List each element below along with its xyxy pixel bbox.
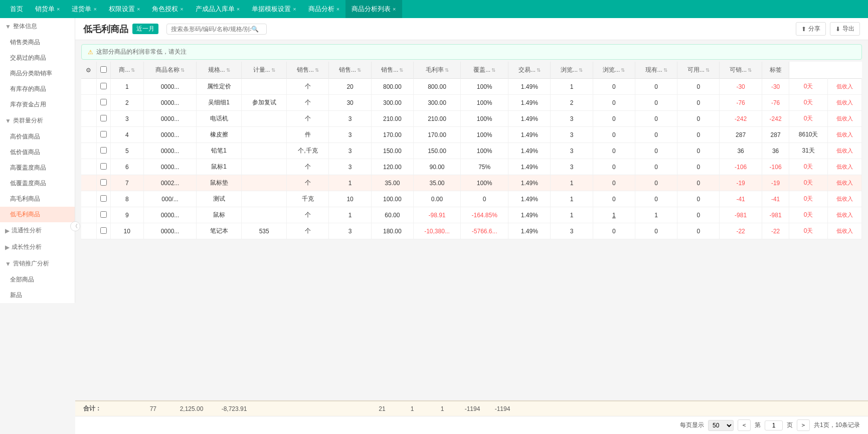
- col-settings[interactable]: ⚙: [81, 62, 96, 79]
- sidebar-item-low-value[interactable]: 低价值商品: [0, 144, 75, 160]
- row-trade[interactable]: 0: [593, 79, 635, 95]
- table-footer: 合计： 77 2,125.00 -8,723.91 21 1 1 -1194 -…: [75, 400, 868, 416]
- row-qty: 1: [329, 207, 371, 223]
- row-trade[interactable]: 0: [593, 127, 635, 143]
- row-stock: -76: [720, 95, 762, 111]
- row-settings[interactable]: [81, 223, 96, 239]
- row-name: 电话机: [196, 111, 241, 127]
- row-trade[interactable]: 0: [593, 95, 635, 111]
- row-checkbox[interactable]: [96, 127, 110, 143]
- row-trade[interactable]: 1: [593, 207, 635, 223]
- row-browse1: 0: [635, 143, 677, 159]
- row-trade[interactable]: 0: [593, 175, 635, 191]
- row-checkbox[interactable]: [96, 95, 110, 111]
- row-checkbox[interactable]: [96, 143, 110, 159]
- row-settings[interactable]: [81, 159, 96, 175]
- search-input[interactable]: [171, 26, 251, 33]
- nav-permissions[interactable]: 权限设置 ×: [103, 0, 146, 18]
- time-tag-button[interactable]: 近一月: [132, 24, 158, 34]
- row-no: 9: [110, 207, 144, 223]
- row-checkbox[interactable]: [96, 159, 110, 175]
- col-browse2: 浏览...⇅: [593, 62, 635, 79]
- row-sales-amt: -10,380...: [413, 223, 460, 239]
- nav-template-settings[interactable]: 单据模板设置 ×: [246, 0, 302, 18]
- row-settings[interactable]: [81, 143, 96, 159]
- row-trade[interactable]: 0: [593, 143, 635, 159]
- col-trade: 交易...⇅: [508, 62, 551, 79]
- sidebar-group-growth[interactable]: ▶ 成长性分析: [0, 239, 75, 255]
- row-trade[interactable]: 0: [593, 191, 635, 207]
- row-settings[interactable]: [81, 191, 96, 207]
- row-code: 0000...: [144, 111, 197, 127]
- row-checkbox[interactable]: [96, 175, 110, 191]
- row-avail: -242: [762, 111, 789, 127]
- row-settings[interactable]: [81, 111, 96, 127]
- sidebar-item-high-value[interactable]: 高价值商品: [0, 129, 75, 144]
- sidebar-item-category-rate[interactable]: 商品分类助销率: [0, 66, 75, 81]
- nav-close-template-settings[interactable]: ×: [293, 6, 296, 12]
- sidebar-group-marketing[interactable]: ▼ 营销推广分析: [0, 255, 75, 272]
- sidebar-item-capital[interactable]: 库存资金占用: [0, 97, 75, 112]
- sidebar-item-high-margin[interactable]: 高毛利商品: [0, 191, 75, 207]
- row-trade[interactable]: 0: [593, 223, 635, 239]
- share-button[interactable]: ⬆ 分享: [796, 22, 826, 36]
- search-icon[interactable]: 🔍: [251, 26, 259, 33]
- row-name: 吴细细1: [196, 95, 241, 111]
- nav-home[interactable]: 首页: [4, 0, 29, 18]
- nav-roles[interactable]: 角色授权 ×: [146, 0, 189, 18]
- nav-sales-order[interactable]: 销货单 ×: [29, 0, 66, 18]
- nav-purchase-order[interactable]: 进货单 ×: [66, 0, 102, 18]
- export-button[interactable]: ⬇ 导出: [830, 22, 860, 36]
- row-sales-amt: 170.00: [413, 127, 460, 143]
- sidebar-item-traded-goods[interactable]: 交易过的商品: [0, 50, 75, 66]
- nav-close-product-inbound[interactable]: ×: [237, 6, 240, 12]
- row-code: 0000...: [144, 79, 197, 95]
- row-checkbox[interactable]: [96, 191, 110, 207]
- page-size-select[interactable]: 50 20 100: [708, 420, 734, 431]
- export-icon: ⬇: [835, 26, 840, 33]
- nav-close-product-analysis-list[interactable]: ×: [393, 6, 396, 12]
- row-checkbox[interactable]: [96, 79, 110, 95]
- sidebar-item-sales-goods[interactable]: 销售类商品: [0, 35, 75, 50]
- footer-avail: -1194: [487, 405, 517, 412]
- next-page-button[interactable]: ＞: [797, 419, 810, 431]
- prev-page-button[interactable]: ＜: [738, 419, 751, 431]
- nav-close-permissions[interactable]: ×: [137, 6, 140, 12]
- page-number-input[interactable]: [765, 420, 783, 430]
- row-qty: 3: [329, 127, 371, 143]
- row-tag: 低收入: [827, 79, 861, 95]
- row-checkbox[interactable]: [96, 223, 110, 239]
- sidebar-collapse-button[interactable]: 《: [70, 221, 80, 231]
- table-row: 6 0000... 鼠标1 个 3 120.00 90.00 75% 1.49%…: [81, 159, 862, 175]
- sidebar-group-overall[interactable]: ▼ 整体信息: [0, 18, 75, 35]
- row-settings[interactable]: [81, 95, 96, 111]
- sidebar-item-high-coverage[interactable]: 高覆盖度商品: [0, 160, 75, 176]
- nav-product-inbound[interactable]: 产成品入库单 ×: [190, 0, 246, 18]
- sidebar-item-new-goods[interactable]: 新品: [0, 287, 75, 303]
- nav-product-analysis[interactable]: 商品分析 ×: [302, 0, 345, 18]
- sidebar-group-liquidity[interactable]: ▶ 流通性分析: [0, 222, 75, 239]
- col-stock: 现有...⇅: [635, 62, 677, 79]
- select-all-checkbox[interactable]: [100, 66, 107, 73]
- sidebar-group-cluster[interactable]: ▼ 类群量分析: [0, 112, 75, 129]
- row-settings[interactable]: [81, 79, 96, 95]
- row-settings[interactable]: [81, 175, 96, 191]
- row-checkbox[interactable]: [96, 111, 110, 127]
- nav-close-roles[interactable]: ×: [180, 6, 183, 12]
- sidebar-item-in-stock[interactable]: 有库存的商品: [0, 81, 75, 97]
- row-qty: 10: [329, 191, 371, 207]
- row-checkbox[interactable]: [96, 207, 110, 223]
- nav-product-analysis-list[interactable]: 商品分析列表 ×: [345, 0, 402, 18]
- row-trade[interactable]: 0: [593, 159, 635, 175]
- sidebar-item-low-margin[interactable]: 低毛利商品: [0, 207, 75, 222]
- row-settings[interactable]: [81, 127, 96, 143]
- row-sales-amt: 0.00: [413, 191, 460, 207]
- nav-close-purchase-order[interactable]: ×: [93, 6, 96, 12]
- sidebar-item-low-coverage[interactable]: 低覆盖度商品: [0, 176, 75, 191]
- nav-close-product-analysis[interactable]: ×: [336, 6, 339, 12]
- row-settings[interactable]: [81, 207, 96, 223]
- page-label: 第: [755, 421, 761, 429]
- sidebar-item-all-goods[interactable]: 全部商品: [0, 272, 75, 287]
- row-trade[interactable]: 0: [593, 111, 635, 127]
- nav-close-sales-order[interactable]: ×: [57, 6, 60, 12]
